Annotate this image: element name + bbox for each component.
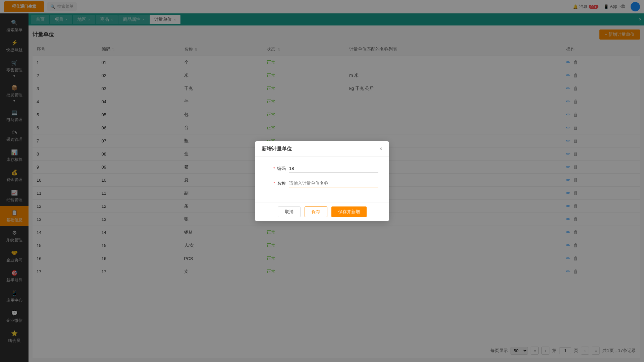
modal-close-btn[interactable]: × — [379, 146, 382, 152]
save-button[interactable]: 保存 — [305, 206, 327, 217]
modal-body: * 编码 * 名称 — [255, 157, 389, 202]
add-unit-modal: 新增计量单位 × * 编码 * 名称 取消 保存 保存并新增 — [255, 141, 389, 221]
modal-title: 新增计量单位 — [262, 146, 292, 152]
modal-overlay: 新增计量单位 × * 编码 * 名称 取消 保存 保存并新增 — [0, 0, 644, 362]
form-label-code: * 编码 — [266, 166, 286, 172]
modal-footer: 取消 保存 保存并新增 — [255, 202, 389, 221]
cancel-button[interactable]: 取消 — [278, 206, 301, 217]
form-row-name: * 名称 — [266, 179, 378, 187]
code-label-text: 编码 — [277, 166, 286, 171]
name-label-text: 名称 — [277, 181, 286, 186]
modal-header: 新增计量单位 × — [255, 141, 389, 157]
form-label-name: * 名称 — [266, 180, 286, 186]
code-input[interactable] — [289, 165, 378, 173]
form-row-code: * 编码 — [266, 165, 378, 173]
required-mark-name: * — [273, 181, 275, 186]
name-input[interactable] — [289, 179, 378, 187]
save-continue-button[interactable]: 保存并新增 — [331, 206, 367, 217]
required-mark-code: * — [273, 166, 275, 171]
